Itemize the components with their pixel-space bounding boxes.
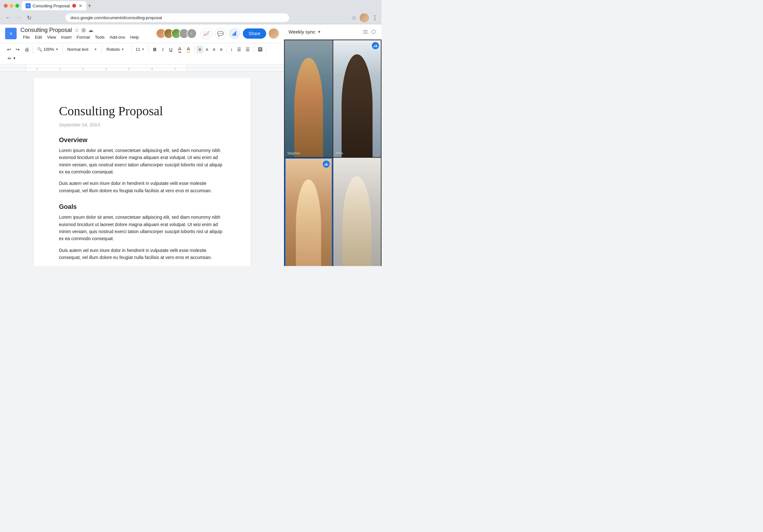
video-panel: Weekly sync ▼ ⊡ ⬡ Stephen [284,24,382,266]
menu-addons[interactable]: Add-ons [107,34,128,40]
meeting-title: Weekly sync [288,29,315,35]
toolbar-separator-3 [102,46,102,53]
video-grid: Stephen Mike [284,40,382,266]
align-left-btn[interactable]: ≡ [196,46,203,53]
align-right-btn[interactable]: ≡ [211,46,217,53]
menu-help[interactable]: Help [128,34,142,40]
tab-title: Consulting Proposal [33,4,70,8]
doc-title: Consulting Proposal [21,27,72,34]
section-goals-heading: Goals [59,203,225,211]
align-center-btn[interactable]: ≡ [204,46,210,53]
font-size-chevron: ▼ [142,47,145,51]
toolbar-separator-4 [131,46,132,53]
menu-file[interactable]: File [21,34,32,40]
user-profile-avatar[interactable] [360,13,369,22]
meet-btn[interactable] [229,28,240,39]
star-icon[interactable]: ☆ [74,27,79,33]
tile-name-mike: Mike [336,151,343,155]
menu-bar: File Edit View Insert Format Tools Add-o… [21,34,152,40]
toolbar-separator-2 [62,46,62,53]
toolbar-separator-5 [149,46,149,53]
font-size-value: 11 [136,47,140,52]
back-btn[interactable]: ← [4,13,12,22]
heading-select[interactable]: Normal text ▼ [64,46,100,52]
ruler: 1 2 3 4 5 6 7 [0,64,284,71]
zoom-value: 100% [44,47,54,52]
zoom-icon: 🔍 [37,47,42,52]
new-tab-btn[interactable]: + [87,2,91,10]
menu-tools[interactable]: Tools [92,34,107,40]
collab-avatar-more[interactable]: + [187,29,197,39]
tile-name-stephen: Stephen [287,151,300,155]
doc-main-title: Consulting Proposal [59,104,225,119]
doc-page: Consulting Proposal September 04, 20XX O… [34,78,251,266]
menu-insert[interactable]: Insert [58,34,74,40]
refresh-btn[interactable]: ↻ [26,13,33,23]
toolbar-separator-7 [226,46,227,53]
comment-btn[interactable]: 💬 [215,28,226,39]
active-tab[interactable]: ≡ Consulting Proposal ✕ [22,1,86,10]
line-spacing-btn[interactable]: ↕ [228,46,235,53]
dot-red[interactable] [4,4,8,8]
pip-btn[interactable]: ⊡ [362,28,369,36]
app-icon: ≡ [5,28,17,39]
tab-bar: ≡ Consulting Proposal ✕ + [22,1,378,10]
undo-btn[interactable]: ↩ [5,45,13,54]
collaborator-avatars: + [156,29,197,39]
cloud-icon: ☁ [88,27,93,33]
italic-btn[interactable]: I [160,46,166,53]
justify-btn[interactable]: ≡ [218,46,224,53]
doc-date: September 04, 20XX [59,122,225,128]
section-goals-para-2: Duis autem vel eum iriure dolor in hendr… [59,247,225,261]
toolbar-separator-8 [254,46,254,53]
section-overview-heading: Overview [59,136,225,144]
dot-yellow[interactable] [10,4,13,8]
section-goals-para-1: Lorem ipsum dolor sit amet, consectetuer… [59,214,225,242]
video-tile-sarah[interactable]: Sarah [333,158,381,266]
zoom-select[interactable]: 🔍 100% ▼ [35,46,60,52]
section-overview-para-2: Duis autem vel eum iriure dolor in hendr… [59,180,225,194]
font-chevron: ▼ [121,47,124,51]
tab-close-btn[interactable]: ✕ [79,3,82,8]
meeting-dropdown-chevron[interactable]: ▼ [317,30,321,34]
video-tile-mike[interactable]: Mike [333,40,381,157]
browser-chrome: ≡ Consulting Proposal ✕ + [0,0,382,12]
dot-green[interactable] [15,4,19,8]
video-tile-stephen[interactable]: Stephen [285,40,333,157]
menu-format[interactable]: Format [74,34,92,40]
print-btn[interactable]: 🖨 [22,45,31,53]
heading-value: Normal text [67,47,88,52]
numbered-btn[interactable]: ☰ [244,46,252,53]
underline-btn[interactable]: U [167,46,175,53]
edit-mode-btn[interactable]: ✏ ▼ [5,54,19,62]
toolbar-separator-9 [266,46,267,53]
menu-view[interactable]: View [45,34,58,40]
popout-btn[interactable]: ⬡ [370,28,377,36]
bold-btn[interactable]: B [151,46,159,53]
forward-btn[interactable]: → [15,13,23,22]
share-btn[interactable]: Share [243,29,266,39]
call-stats-btn[interactable]: 📈 [201,28,212,39]
bookmark-icon[interactable]: ☆ [352,14,357,21]
bullet-btn[interactable]: ☰ [235,46,243,53]
video-tile-beth[interactable]: Beth [285,158,333,266]
header-actions: + 📈 💬 Share [156,28,279,39]
browser-dots [4,4,19,8]
address-input[interactable] [65,13,289,22]
meeting-title-row: Weekly sync ▼ [288,29,321,35]
doc-body[interactable]: Consulting Proposal September 04, 20XX O… [0,71,284,266]
tab-favicon: ≡ [26,3,31,8]
toolbar-separator-1 [33,46,33,53]
image-btn[interactable]: 🖼 [256,46,264,53]
bookmark-icon-2[interactable]: ⊞ [81,27,86,33]
browser-menu-btn[interactable]: ⋮ [372,14,378,21]
menu-edit[interactable]: Edit [32,34,45,40]
font-select[interactable]: Roboto ▼ [104,46,129,52]
main-layout: ≡ Consulting Proposal ☆ ⊞ ☁ File Edit Vi… [0,24,382,266]
user-avatar[interactable] [269,29,279,39]
text-color-btn[interactable]: A [176,45,184,54]
redo-btn[interactable]: ↪ [14,45,22,54]
highlight-btn[interactable]: A [184,45,192,54]
doc-title-row: Consulting Proposal ☆ ⊞ ☁ [21,27,152,34]
font-size-select[interactable]: 11 ▼ [134,46,146,52]
